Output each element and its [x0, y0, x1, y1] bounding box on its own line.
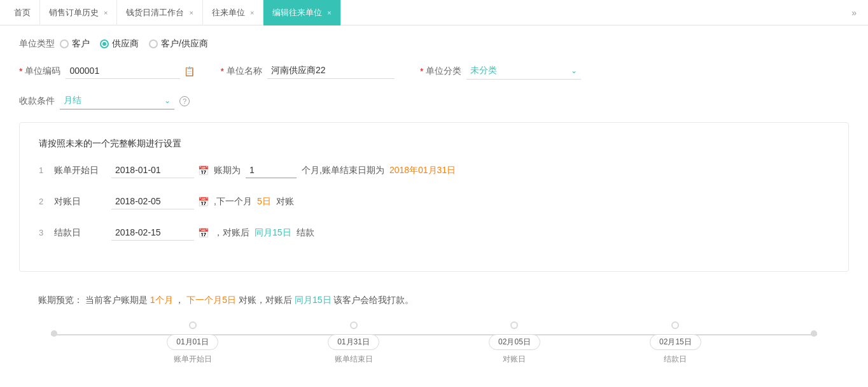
calendar-icon-2[interactable]: 📅	[198, 197, 209, 207]
payment-terms-label: 收款条件	[19, 95, 55, 107]
unit-code-label: 单位编码	[25, 66, 60, 77]
settings-title: 请按照未来的一个完整帐期进行设置	[39, 138, 829, 150]
main-content: 单位类型 客户 供应商 客户/供应商 * 单位编码 📋 * 单位名称	[0, 25, 868, 387]
timeline-point-3: 02月05日 对账日	[489, 321, 540, 365]
radio-both-label: 客户/供应商	[161, 38, 208, 50]
tab-partner-label: 往来单位	[212, 7, 245, 18]
suffix-after-2: 对账	[276, 196, 294, 208]
radio-customer[interactable]: 客户	[60, 38, 90, 50]
tab-home[interactable]: 首页	[5, 0, 40, 25]
timeline-dot-3	[510, 321, 518, 329]
required-star-code: *	[19, 66, 22, 76]
preview-section: 账期预览： 当前客户账期是 1个月 ， 下一个月5日 对账，对账后 同月15日 …	[19, 285, 849, 365]
tab-home-label: 首页	[14, 7, 31, 18]
unit-code-input[interactable]	[66, 63, 180, 79]
payment-terms-row: 收款条件 月结 ⌄ ?	[19, 92, 849, 109]
radio-both[interactable]: 客户/供应商	[149, 38, 208, 50]
timeline-desc-2: 账单结束日	[335, 354, 373, 365]
tab-partner[interactable]: 往来单位 ×	[203, 0, 263, 25]
chevron-down-icon: ⌄	[571, 66, 577, 75]
timeline-badge-3: 02月05日	[489, 334, 540, 350]
close-icon[interactable]: ×	[104, 9, 108, 17]
preview-text-end: 该客户会给我打款。	[333, 295, 414, 305]
row-label-1: 账单开始日	[54, 165, 99, 176]
timeline-start-dot	[51, 330, 57, 337]
radio-customer-label: 客户	[72, 38, 90, 50]
tab-cash-clearing-label: 钱货日清工作台	[126, 7, 184, 18]
calendar-icon-1[interactable]: 📅	[198, 165, 209, 176]
setting-row-3: 3 结款日 📅 ，对账后 同月15日 结款	[39, 225, 829, 241]
timeline-point-4: 02月15日 结款日	[650, 321, 701, 365]
unit-name-group: * 单位名称	[220, 63, 394, 79]
radio-circle-customer	[60, 39, 69, 48]
timeline-desc-4: 结款日	[664, 354, 687, 365]
tab-bar: 首页 销售订单历史 × 钱货日清工作台 × 往来单位 × 编辑往来单位 × »	[0, 0, 868, 25]
unit-code-group: * 单位编码 📋	[19, 63, 195, 79]
period-end-date: 2018年01月31日	[389, 165, 456, 176]
unit-type-row: 单位类型 客户 供应商 客户/供应商	[19, 38, 849, 50]
suffix-before-2: ,下一个月	[214, 196, 252, 208]
timeline-end	[811, 321, 817, 337]
timeline-point-2: 01月31日 账单结束日	[328, 321, 379, 365]
preview-text: 账期预览： 当前客户账期是 1个月 ， 下一个月5日 对账，对账后 同月15日 …	[38, 295, 830, 306]
timeline-dot-2	[350, 321, 358, 329]
timeline-point-1: 01月01日 账单开始日	[167, 321, 218, 365]
tab-edit-partner[interactable]: 编辑往来单位 ×	[263, 0, 340, 25]
radio-group-unit-type: 客户 供应商 客户/供应商	[60, 38, 208, 50]
close-icon[interactable]: ×	[250, 9, 254, 17]
period-prefix: 账期为	[214, 165, 241, 176]
tab-cash-clearing[interactable]: 钱货日清工作台 ×	[117, 0, 202, 25]
radio-supplier-label: 供应商	[112, 38, 139, 50]
radio-circle-supplier	[100, 39, 109, 48]
help-icon[interactable]: ?	[179, 96, 190, 106]
period-suffix: 个月,账单结束日期为	[302, 165, 384, 176]
radio-circle-both	[149, 39, 158, 48]
tab-sales-order-label: 销售订单历史	[49, 7, 99, 18]
preview-highlight2: 下一个月5日	[186, 295, 236, 305]
unit-name-input[interactable]	[267, 63, 395, 79]
row-label-2: 对账日	[54, 196, 99, 208]
chevron-down-icon: ⌄	[164, 96, 171, 105]
unit-details-row: * 单位编码 📋 * 单位名称 * 单位分类 未分类 ⌄	[19, 62, 849, 80]
timeline-dot-1	[189, 321, 197, 329]
timeline-points: 01月01日 账单开始日 01月31日 账单结束日 02月05日 对账日	[51, 321, 817, 365]
close-icon[interactable]: ×	[189, 9, 193, 17]
copy-icon[interactable]: 📋	[184, 66, 195, 76]
setting-row-2: 2 对账日 📅 ,下一个月 5日 对账	[39, 194, 829, 209]
tab-more[interactable]: »	[845, 8, 863, 18]
row-num-1: 1	[39, 165, 54, 175]
date-input-3[interactable]	[111, 225, 194, 241]
period-input[interactable]	[246, 162, 297, 178]
tab-edit-partner-label: 编辑往来单位	[272, 7, 322, 18]
unit-category-select[interactable]: 未分类 ⌄	[466, 62, 581, 80]
calendar-icon-3[interactable]: 📅	[198, 228, 209, 238]
timeline-dot-4	[671, 321, 679, 329]
unit-type-label: 单位类型	[19, 38, 55, 50]
preview-highlight3: 同月15日	[295, 295, 332, 305]
date-input-1[interactable]	[111, 162, 194, 178]
preview-text-mid1: ，	[175, 295, 184, 305]
row-num-2: 2	[39, 197, 54, 206]
preview-text-before: 当前客户账期是	[85, 295, 148, 305]
timeline-badge-1: 01月01日	[167, 334, 218, 350]
row-num-3: 3	[39, 228, 54, 237]
tab-sales-order[interactable]: 销售订单历史 ×	[40, 0, 117, 25]
suffix-before-3: ，对账后	[214, 227, 249, 239]
unit-category-label: 单位分类	[426, 66, 461, 77]
setting-row-1: 1 账单开始日 📅 账期为 个月,账单结束日期为 2018年01月31日	[39, 162, 829, 178]
unit-category-group: * 单位分类 未分类 ⌄	[420, 62, 581, 80]
payment-terms-value: 月结	[64, 95, 164, 106]
timeline-desc-1: 账单开始日	[174, 354, 212, 365]
timeline-end-dot	[811, 330, 817, 337]
suffix-after-3: 结款	[297, 227, 314, 239]
highlight-2: 5日	[257, 196, 271, 208]
payment-terms-select[interactable]: 月结 ⌄	[60, 92, 174, 109]
timeline: 01月01日 账单开始日 01月31日 账单结束日 02月05日 对账日	[38, 321, 830, 365]
date-input-2[interactable]	[111, 194, 194, 209]
timeline-badge-4: 02月15日	[650, 334, 701, 350]
radio-supplier[interactable]: 供应商	[100, 38, 139, 50]
required-star-name: *	[220, 66, 223, 76]
unit-name-label: 单位名称	[227, 66, 262, 77]
close-icon[interactable]: ×	[327, 9, 331, 17]
settings-box: 请按照未来的一个完整帐期进行设置 1 账单开始日 📅 账期为 个月,账单结束日期…	[19, 122, 849, 272]
